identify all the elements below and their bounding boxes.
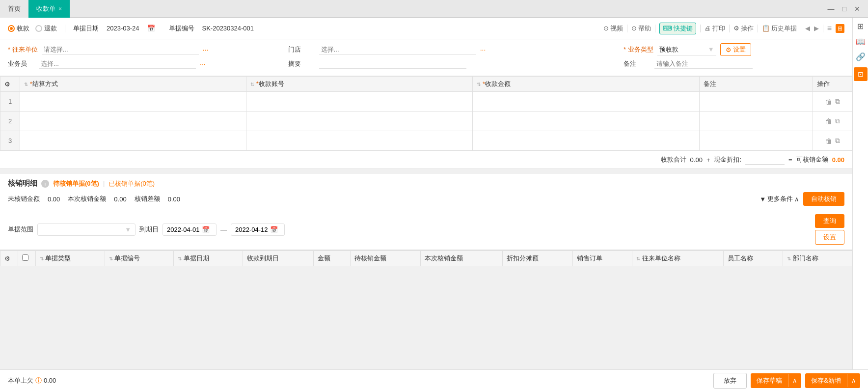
receipt-table-container: ⚙ ⇅ *结算方式 ⇅ *收款账号 ⇅ *收款金额 备注 bbox=[0, 76, 852, 151]
list-view-icon[interactable]: ≡ bbox=[827, 24, 832, 33]
divider-2 bbox=[627, 25, 627, 32]
maximize-btn[interactable]: □ bbox=[841, 5, 848, 13]
summary-section: 摘要 bbox=[288, 59, 620, 69]
save-new-btn[interactable]: 保存&新增 ∧ bbox=[805, 373, 860, 388]
more-conditions-btn[interactable]: ▼ 更多条件 ∧ bbox=[760, 195, 799, 203]
delete-icon-3[interactable]: 🗑 bbox=[825, 137, 832, 145]
verify-meta: 未核销金额 0.00 本次核销金额 0.00 核销差额 0.00 ▼ 更多条件 … bbox=[8, 192, 844, 206]
range-select[interactable]: ▼ bbox=[37, 223, 136, 236]
window-controls: — □ ✕ bbox=[826, 5, 868, 13]
close-btn[interactable]: ✕ bbox=[852, 5, 862, 13]
history-btn[interactable]: 📋 历史单据 bbox=[762, 24, 797, 33]
store-more-btn[interactable]: ··· bbox=[480, 46, 486, 54]
grid-view-icon[interactable]: ⊞ bbox=[836, 24, 844, 33]
col-settlement: ⇅ *结算方式 bbox=[20, 77, 246, 92]
copy-icon-1[interactable]: ⧉ bbox=[835, 97, 840, 106]
cell-settlement-2[interactable] bbox=[20, 112, 246, 131]
business-type-section: * 业务类型 预收款 ▼ ⚙ 设置 bbox=[624, 43, 844, 56]
table-settings-btn[interactable]: 设置 bbox=[815, 230, 844, 245]
staff-more-btn[interactable]: ··· bbox=[200, 60, 206, 68]
save-draft-arrow-icon[interactable]: ∧ bbox=[788, 374, 801, 387]
settings-btn[interactable]: ⚙ 设置 bbox=[720, 43, 751, 56]
col-account: ⇅ *收款账号 bbox=[246, 77, 473, 92]
sidebar-active-icon[interactable]: ⊡ bbox=[854, 67, 868, 81]
abandon-btn[interactable]: 放弃 bbox=[713, 373, 747, 389]
divider-7 bbox=[801, 25, 801, 32]
bottom-info: 本单上欠 ⓘ 0.00 bbox=[8, 376, 56, 385]
sidebar-table-icon[interactable]: ⊞ bbox=[857, 22, 864, 31]
query-btn[interactable]: 查询 bbox=[815, 214, 844, 228]
col-notes: 备注 bbox=[699, 77, 813, 92]
customer-more-btn[interactable]: ··· bbox=[203, 46, 209, 54]
date-from-picker[interactable]: 2022-04-01 📅 bbox=[163, 223, 217, 236]
tab-home[interactable]: 首页 bbox=[0, 0, 28, 18]
verify-col-pending: 待核销金额 bbox=[350, 251, 421, 266]
verify-gear-icon[interactable]: ⚙ bbox=[4, 255, 10, 262]
summary-row: 收款合计 0.00 + 现金折扣: = 可核销金额 0.00 bbox=[0, 151, 852, 169]
copy-icon-3[interactable]: ⧉ bbox=[835, 137, 840, 145]
tab-close-icon[interactable]: × bbox=[58, 5, 62, 12]
cell-settlement-1[interactable] bbox=[20, 92, 246, 112]
main-content: 收款 退款 单据日期 2023-03-24 📅 单据编号 SK-20230324… bbox=[0, 18, 852, 369]
cell-amount-1[interactable] bbox=[473, 92, 699, 112]
notes-input[interactable] bbox=[654, 59, 753, 69]
bottom-info-icon[interactable]: ⓘ bbox=[35, 376, 42, 385]
calendar-icon-2: 📅 bbox=[270, 226, 278, 233]
business-type-select[interactable]: 预收款 ▼ bbox=[657, 44, 716, 56]
next-icon[interactable]: ▶ bbox=[814, 25, 819, 32]
cell-settlement-3[interactable] bbox=[20, 131, 246, 151]
cell-notes-3[interactable] bbox=[699, 131, 813, 151]
cell-account-3[interactable] bbox=[246, 131, 473, 151]
cell-notes-1[interactable] bbox=[699, 92, 813, 112]
auto-verify-btn[interactable]: 自动核销 bbox=[803, 192, 844, 206]
gear-icon: ⚙ bbox=[726, 46, 732, 54]
operation-btn[interactable]: ⚙ 操作 bbox=[733, 24, 754, 33]
print-btn[interactable]: 🖨 打印 bbox=[705, 24, 725, 33]
prev-icon[interactable]: ◀ bbox=[805, 25, 810, 32]
tab-pending-verify[interactable]: 待核销单据(0笔) bbox=[53, 179, 99, 188]
cell-notes-2[interactable] bbox=[699, 112, 813, 131]
bottom-bar: 本单上欠 ⓘ 0.00 放弃 保存草稿 ∧ 保存&新增 ∧ bbox=[0, 369, 868, 391]
delete-icon-2[interactable]: 🗑 bbox=[825, 117, 832, 125]
help-btn[interactable]: ⊙ 帮助 bbox=[631, 24, 651, 33]
cell-account-1[interactable] bbox=[246, 92, 473, 112]
summary-input[interactable] bbox=[319, 59, 466, 69]
cell-action-3: 🗑 ⧉ bbox=[813, 131, 852, 151]
customer-section: * 往来单位 ··· bbox=[8, 45, 284, 55]
video-btn[interactable]: ⊙ 视频 bbox=[603, 24, 623, 33]
verify-gear-col[interactable]: ⚙ bbox=[0, 251, 18, 266]
cell-amount-2[interactable] bbox=[473, 112, 699, 131]
cell-amount-3[interactable] bbox=[473, 131, 699, 151]
date-to-picker[interactable]: 2022-04-12 📅 bbox=[231, 223, 285, 236]
discount-input[interactable] bbox=[745, 155, 785, 165]
radio-shouquan[interactable]: 收款 bbox=[8, 24, 29, 33]
toolbar-right: ⊙ 视频 ⊙ 帮助 ⌨ 快捷键 🖨 打印 ⚙ 操作 bbox=[603, 23, 844, 34]
cell-account-2[interactable] bbox=[246, 112, 473, 131]
verify-check-all[interactable] bbox=[22, 254, 28, 261]
save-new-arrow-icon[interactable]: ∧ bbox=[847, 374, 860, 387]
store-input[interactable] bbox=[319, 45, 476, 55]
shortcut-btn[interactable]: ⌨ 快捷键 bbox=[659, 23, 696, 34]
section-separator bbox=[0, 169, 852, 174]
verify-table-container: ⚙ ⇅ 单据类型 ⇅ 单据编号 ⇅ 单据日期 bbox=[0, 250, 852, 266]
gear-col-header[interactable]: ⚙ bbox=[0, 77, 20, 92]
table-gear-icon[interactable]: ⚙ bbox=[4, 81, 10, 88]
calendar-icon[interactable]: 📅 bbox=[147, 25, 155, 32]
verify-check-col[interactable] bbox=[18, 251, 36, 266]
row-num-2: 2 bbox=[0, 112, 20, 131]
sidebar-book-icon[interactable]: 📖 bbox=[856, 37, 866, 46]
delete-icon-1[interactable]: 🗑 bbox=[825, 98, 832, 106]
sidebar-link-icon[interactable]: 🔗 bbox=[856, 52, 866, 61]
radio-tuikuan[interactable]: 退款 bbox=[35, 24, 57, 33]
verify-section: 核销明细 i 待核销单据(0笔) | 已核销单据(0笔) 未核销金额 0.00 … bbox=[0, 174, 852, 250]
verify-info-icon[interactable]: i bbox=[41, 180, 49, 188]
customer-input[interactable] bbox=[42, 45, 199, 55]
tab-done-verify[interactable]: 已核销单据(0笔) bbox=[108, 179, 155, 188]
save-draft-btn[interactable]: 保存草稿 ∧ bbox=[751, 373, 801, 388]
tab-current[interactable]: 收款单 × bbox=[28, 0, 70, 18]
row-num-3: 3 bbox=[0, 131, 20, 151]
right-sidebar: ⊞ 📖 🔗 ⊡ bbox=[852, 18, 868, 369]
minimize-btn[interactable]: — bbox=[826, 5, 837, 13]
staff-input[interactable] bbox=[39, 59, 196, 69]
copy-icon-2[interactable]: ⧉ bbox=[835, 117, 840, 125]
